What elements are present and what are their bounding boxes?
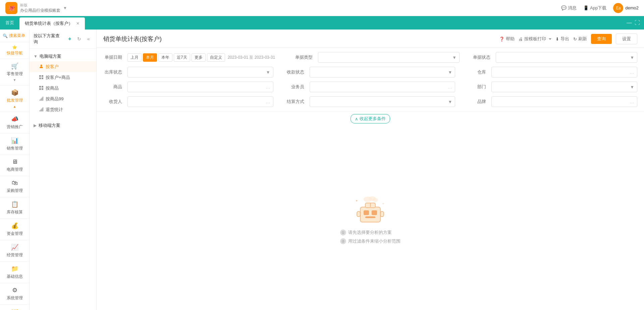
- refresh-scheme-btn[interactable]: ↻: [75, 35, 83, 43]
- tab-sales-stat[interactable]: 销货单统计表（按客户） ✕: [19, 17, 85, 30]
- left-panel: 按以下方案查询 + ↻ « ▼ 电脑端方案 按客户: [30, 30, 97, 310]
- page-title: 销货单统计表(按客户): [103, 35, 162, 43]
- svg-point-0: [41, 64, 42, 66]
- receiver-ellipsis: …: [266, 99, 270, 104]
- department-chevron: ▼: [630, 85, 634, 90]
- sidebar-item-enterprise[interactable]: 🤝 企业协同: [0, 305, 29, 310]
- retail-arrow: ▼: [13, 78, 16, 82]
- out-status-select[interactable]: ▼: [127, 67, 273, 78]
- out-status-chevron: ▼: [266, 70, 270, 75]
- mobile-scheme-group-header[interactable]: ▶ 移动端方案: [30, 120, 96, 131]
- filter-row-2: 出库状态 ▼ 收款状态 ▼ 仓库 …: [103, 67, 637, 78]
- tab-maximize-btn[interactable]: ⛶: [635, 20, 640, 25]
- date-btn-this-year[interactable]: 本年: [158, 53, 172, 62]
- doc-status-select[interactable]: ▼: [496, 52, 637, 63]
- receiver-input[interactable]: …: [127, 96, 273, 107]
- date-btn-7days[interactable]: 近7天: [174, 53, 190, 62]
- svg-rect-19: [372, 210, 377, 215]
- svg-rect-6: [42, 86, 43, 88]
- right-content: 销货单统计表(按客户) ❓ 帮助 🖨 按模板打印 ⬇: [97, 30, 644, 310]
- scheme-item-by-product-99[interactable]: 按商品99: [30, 94, 96, 104]
- product-input[interactable]: …: [127, 82, 273, 92]
- department-select[interactable]: ▼: [491, 82, 637, 92]
- sidebar-item-marketing[interactable]: 📣 营销推广: [0, 112, 29, 134]
- refresh-btn[interactable]: ↻ 刷新: [573, 36, 587, 42]
- svg-rect-8: [42, 88, 43, 90]
- sidebar-item-inventory[interactable]: 📋 库存核算: [0, 197, 29, 219]
- scheme-item-by-customer-product[interactable]: 按客户+商品: [30, 72, 96, 83]
- svg-rect-2: [42, 75, 43, 77]
- payment-status-select[interactable]: ▼: [310, 67, 455, 78]
- query-btn[interactable]: 查询: [591, 34, 612, 44]
- app-download-btn[interactable]: 📱 App下载: [583, 5, 606, 11]
- sidebar-item-purchase[interactable]: 🛍 采购管理: [0, 176, 29, 197]
- doc-status-label: 单据状态: [472, 54, 490, 60]
- date-btn-more[interactable]: 更多: [192, 53, 206, 62]
- date-btn-custom[interactable]: 自定义: [207, 53, 225, 62]
- wholesale-icon: 📦: [11, 89, 18, 96]
- sidebar-search[interactable]: 🔍 搜索菜单: [0, 30, 29, 42]
- user-menu[interactable]: Ea demo2: [613, 3, 639, 13]
- app-title: 办公用品行业模拟账套: [20, 8, 60, 13]
- svg-point-27: [373, 198, 378, 202]
- desktop-scheme-group-header[interactable]: ▼ 电脑端方案: [30, 51, 96, 61]
- date-btn-last-month[interactable]: 上月: [127, 53, 142, 62]
- empty-tip-2: ② 用过滤条件来缩小分析范围: [340, 238, 400, 244]
- sidebar-quick-nav[interactable]: ⭐ 快捷导航: [0, 42, 29, 59]
- warehouse-input[interactable]: …: [491, 67, 637, 78]
- tip-num-2: ②: [340, 238, 346, 244]
- purchase-icon: 🛍: [12, 179, 18, 187]
- app-title-dropdown[interactable]: ▼: [63, 6, 67, 10]
- filter-row-3: 商品 … 业务员 … 部门 ▼: [103, 82, 637, 92]
- add-scheme-btn[interactable]: +: [66, 35, 73, 43]
- sidebar-item-basic[interactable]: 📁 基础信息: [0, 262, 29, 283]
- tab-close-btn[interactable]: ✕: [76, 21, 79, 26]
- sidebar-item-wholesale[interactable]: 📦 批发管理 ▲: [0, 86, 29, 112]
- sidebar-item-ecommerce[interactable]: 🖥 电商管理: [0, 155, 29, 176]
- svg-rect-12: [43, 97, 43, 101]
- by-product-99-icon: [39, 96, 44, 102]
- tab-minimize-btn[interactable]: —: [627, 20, 632, 25]
- enterprise-icon: 🤝: [11, 308, 18, 310]
- brand-input[interactable]: …: [491, 96, 637, 107]
- date-btn-this-month[interactable]: 本月: [143, 53, 157, 62]
- doc-type-select[interactable]: ▼: [318, 52, 460, 63]
- empty-illustration: ✦ ✦: [350, 192, 390, 225]
- svg-rect-20: [365, 216, 375, 218]
- sidebar-item-retail[interactable]: 🛒 零售管理 ▼: [0, 59, 29, 86]
- settlement-select[interactable]: ▼: [310, 96, 455, 107]
- print-btn[interactable]: 🖨 按模板打印: [519, 36, 551, 42]
- collapse-btn-area: ∧ 收起更多条件: [97, 111, 644, 126]
- scheme-item-by-product[interactable]: 按商品: [30, 83, 96, 94]
- marketing-icon: 📣: [11, 115, 18, 123]
- tab-bar-actions: — ⛶: [627, 20, 644, 25]
- export-btn[interactable]: ⬇ 导出: [555, 36, 569, 42]
- svg-rect-1: [39, 75, 41, 77]
- collapse-panel-btn[interactable]: «: [85, 35, 92, 43]
- department-label: 部门: [467, 84, 486, 90]
- tab-home[interactable]: 首页: [0, 16, 19, 30]
- settings-btn[interactable]: 设置: [616, 34, 637, 44]
- return-stat-icon: [39, 107, 44, 113]
- sidebar-item-sales[interactable]: 📊 销售管理: [0, 134, 29, 155]
- main-layout: 🔍 搜索菜单 ⭐ 快捷导航 🛒 零售管理 ▼ 📦 批发管理 ▲ 📣 营销推广 📊…: [0, 30, 644, 310]
- help-btn[interactable]: ❓ 帮助: [499, 36, 515, 42]
- svg-rect-7: [39, 88, 41, 90]
- message-btn[interactable]: 💬 消息: [561, 5, 577, 11]
- salesman-input[interactable]: …: [310, 82, 455, 92]
- sidebar-item-system[interactable]: ⚙ 系统管理: [0, 283, 29, 305]
- payment-status-chevron: ▼: [448, 70, 452, 75]
- scheme-item-return-stat[interactable]: 退货统计: [30, 104, 96, 115]
- svg-rect-10: [41, 99, 41, 101]
- sidebar-item-finance[interactable]: 💰 资金管理: [0, 219, 29, 240]
- svg-rect-14: [41, 109, 41, 111]
- date-label: 单据日期: [103, 54, 122, 60]
- help-icon: ❓: [499, 37, 504, 42]
- empty-tip-1: ① 请先选择要分析的方案: [340, 229, 400, 236]
- sidebar-item-operation[interactable]: 📈 经营管理: [0, 240, 29, 262]
- mobile-scheme-group: ▶ 移动端方案: [30, 118, 96, 133]
- collapse-icon: ∧: [355, 116, 358, 121]
- collapse-more-btn[interactable]: ∧ 收起更多条件: [351, 114, 390, 123]
- ecommerce-icon: 🖥: [12, 158, 18, 165]
- scheme-item-by-customer[interactable]: 按客户: [30, 61, 96, 72]
